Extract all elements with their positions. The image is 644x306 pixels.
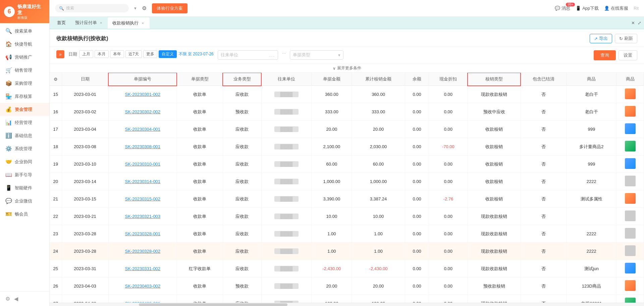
th-settings[interactable]: ⚙	[50, 73, 62, 86]
filter-date-label: 日期	[68, 51, 77, 57]
settings-bottom-icon[interactable]: ⚙	[5, 296, 10, 302]
sn-link[interactable]: SK-20230308-001	[125, 144, 161, 149]
sn-link[interactable]: SK-20230302-002	[125, 109, 161, 114]
partner-value: ████	[274, 161, 299, 167]
cell-goods-image	[616, 86, 644, 103]
partner-value: ████	[274, 144, 299, 149]
sidebar-item-system[interactable]: ⚙️ 系统管理	[0, 142, 49, 155]
cell-cumulative: 100.00	[352, 295, 405, 303]
cell-seq: 18	[50, 138, 62, 156]
sidebar-item-purchase[interactable]: 📦 采购管理	[0, 77, 49, 90]
sn-link[interactable]: SK-20230310-001	[125, 162, 161, 167]
cell-goods-name: 123D商品	[567, 278, 616, 295]
cell-include-cleared: 否	[521, 190, 567, 208]
sidebar-item-basic[interactable]: ℹ️ 基础信息	[0, 129, 49, 142]
topbar-solution-button[interactable]: 体验行业方案	[152, 3, 187, 13]
cell-doctype: 收款单	[177, 208, 223, 225]
sidebar-item-inventory[interactable]: 🏪 库存核算	[0, 90, 49, 103]
table-row: 24 2023-03-28 SK-20230328-002 收款单 应收款 ██…	[50, 243, 644, 260]
topbar-settings-icon[interactable]: ⚙	[142, 5, 147, 11]
topbar-search-box[interactable]: 🔍 搜索	[55, 4, 129, 12]
goods-image	[625, 88, 636, 99]
cell-canceltype: 收款核销	[468, 156, 521, 173]
cell-biztype: 应收款	[223, 260, 261, 278]
export-button[interactable]: ↗ 导出	[590, 34, 612, 43]
cell-amount: 60.00	[312, 156, 352, 173]
cell-discount: -2.76	[429, 190, 468, 208]
partner-value: ████	[274, 231, 299, 237]
cell-biztype: 应收款	[223, 190, 261, 208]
filter-date-lastmonth[interactable]: 上月	[79, 50, 93, 58]
cell-seq: 25	[50, 260, 62, 278]
sn-link[interactable]: SK-20230331-002	[125, 266, 161, 271]
filter-date-more[interactable]: 更多	[143, 50, 157, 58]
home-icon: 🏠	[5, 41, 12, 47]
filter-expand-more[interactable]: ∨ 展开更多条件	[50, 64, 644, 73]
cell-balance: 0.00	[405, 190, 429, 208]
cell-cumulative: 1.00	[352, 243, 405, 260]
marketing-icon: 📢	[5, 54, 12, 60]
filter-date-thisyear[interactable]: 本年	[110, 50, 124, 58]
cell-doctype: 收款单	[177, 86, 223, 103]
sn-link[interactable]: SK-20230301-002	[125, 92, 161, 97]
sn-link[interactable]: SK-20230328-002	[125, 249, 161, 254]
table-row: 26 2023-04-03 SK-20230403-002 收款单 预收款 ██…	[50, 278, 644, 295]
collapse-icon[interactable]: ◀	[14, 296, 18, 302]
tab-close-window-icon[interactable]: ✕	[631, 20, 635, 25]
filter-doctype-select[interactable]: 单据类型 ▾	[290, 50, 343, 60]
tab-expand-icon[interactable]: ⤢	[638, 20, 641, 25]
filter-expand-button[interactable]: »	[56, 50, 64, 58]
sidebar-item-marketing[interactable]: 📢 营销推广	[0, 51, 49, 64]
topbar-message[interactable]: 💬 消息 99+	[555, 5, 570, 11]
filter-date-7days[interactable]: 近7天	[125, 50, 142, 58]
topbar-app-download[interactable]: 📱 App下载	[576, 5, 599, 11]
sidebar-item-hardware[interactable]: 📱 智能硬件	[0, 181, 49, 194]
filter-date-custom[interactable]: 自定义	[159, 50, 177, 58]
setting-button[interactable]: 设置	[619, 50, 637, 60]
sn-link[interactable]: SK-20230314-001	[125, 179, 161, 184]
sidebar-item-enterprise[interactable]: 🤝 企业协同	[0, 155, 49, 168]
tab-collection[interactable]: 收款核销执行 ×	[108, 17, 149, 29]
cell-goods-name: 2222	[567, 225, 616, 243]
cell-sn: SK-20230315-002	[108, 190, 177, 208]
table-scrollbar-thumb[interactable]	[139, 303, 287, 306]
sidebar-item-shortcut[interactable]: 🏠 快捷导航	[0, 38, 49, 51]
topbar-search-icon: 🔍	[59, 6, 64, 11]
th-seq: 日期	[62, 73, 108, 86]
sidebar-label-purchase: 采购管理	[15, 80, 32, 86]
partner-value: ████	[274, 91, 299, 97]
cell-cumulative: 3,387.24	[352, 190, 405, 208]
sidebar-item-finance[interactable]: 💰 资金管理	[0, 103, 49, 116]
collection-tab-close[interactable]: ×	[141, 21, 145, 25]
sn-link[interactable]: SK-20230328-001	[125, 231, 161, 236]
sn-link[interactable]: SK-20230403-002	[125, 284, 161, 289]
prepay-tab-close[interactable]: ×	[99, 20, 103, 25]
query-button[interactable]: 查询	[594, 50, 616, 60]
cell-amount: 360.00	[312, 86, 352, 103]
sn-link[interactable]: SK-20230315-002	[125, 196, 161, 201]
sidebar-item-wechat[interactable]: 💬 企业微信	[0, 194, 49, 207]
refresh-button[interactable]: ↻ 刷新	[615, 34, 637, 43]
topbar-dropdown-icon[interactable]: ▾	[134, 6, 137, 11]
sn-link[interactable]: SK-20230321-003	[125, 214, 161, 219]
tabs-actions: ✕ ⤢	[631, 20, 641, 25]
expand-more-icon: ∨	[333, 66, 336, 71]
operation-icon: 📊	[5, 119, 12, 126]
sidebar-item-operation[interactable]: 📊 经营管理	[0, 116, 49, 129]
tab-home[interactable]: 首页	[52, 17, 70, 28]
sn-link[interactable]: SK-20230304-001	[125, 127, 161, 132]
cell-doctype: 收款单	[177, 243, 223, 260]
cell-canceltype: 收款核销	[468, 190, 521, 208]
cell-date: 2023-03-04	[62, 121, 108, 138]
cell-cumulative: 360.00	[352, 86, 405, 103]
cell-goods-image	[616, 138, 644, 156]
filter-date-thismonth[interactable]: 本月	[95, 50, 109, 58]
sidebar-item-sales[interactable]: 🛒 销售管理	[0, 64, 49, 77]
sn-link[interactable]: SK-20230408-001	[125, 301, 161, 303]
topbar-online-service[interactable]: 👤 在线客服	[604, 5, 628, 11]
sidebar-item-guide[interactable]: 📖 新手引导	[0, 168, 49, 181]
tab-prepay[interactable]: 预计应付单 ×	[70, 17, 108, 28]
filter-partner-input[interactable]: 往来单位 ...	[218, 50, 278, 60]
sidebar-item-search[interactable]: 🔍 搜索菜单	[0, 24, 49, 38]
sidebar-item-member[interactable]: 🎫 畅会员	[0, 207, 49, 221]
